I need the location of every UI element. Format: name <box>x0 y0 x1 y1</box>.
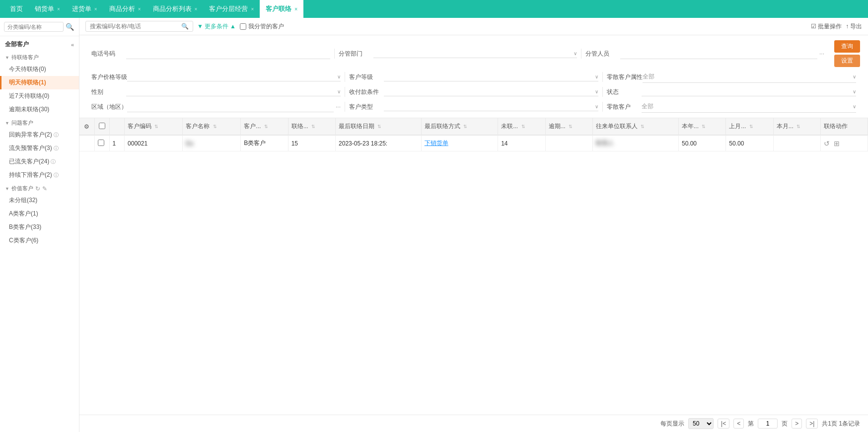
sidebar-item-overdue[interactable]: 逾期未联络(30) <box>0 103 79 116</box>
dept-cell: 分管部门 ∨ <box>335 49 581 58</box>
chevron-down-icon: ∨ <box>337 74 341 79</box>
gear-icon[interactable]: ⚙ <box>84 123 89 130</box>
query-button[interactable]: 查询 <box>834 40 860 53</box>
person-input[interactable] <box>620 49 817 59</box>
group-title-waiting: 待联络客户 <box>0 51 79 63</box>
last-page-button[interactable]: >| <box>806 419 818 429</box>
area-input[interactable] <box>127 102 334 112</box>
next-page-button[interactable]: > <box>792 419 802 429</box>
content-area: 🔍 ▼ 更多条件 ▲ 我分管的客户 ☑ 批量操作 ↑ 导出 <box>79 18 868 432</box>
sidebar-search-icon[interactable]: 🔍 <box>66 23 74 31</box>
chevron-down-icon: ∨ <box>853 89 856 94</box>
customer-type-select[interactable]: ∨ <box>384 102 598 111</box>
sidebar-item-ungrouped[interactable]: 未分组(32) <box>0 194 79 207</box>
close-icon[interactable]: × <box>195 6 198 12</box>
sidebar-item-7days[interactable]: 近7天待联络(0) <box>0 89 79 103</box>
page-size-select[interactable]: 50 10 20 100 200 <box>688 418 714 429</box>
col-this-year: 本年... ⇅ <box>678 118 725 135</box>
sidebar-item-tomorrow[interactable]: 明天待联络(1) <box>0 76 79 89</box>
customer-level-label: 客户等级 <box>349 73 384 81</box>
more-icon[interactable]: ··· <box>819 50 824 57</box>
sort-icon[interactable]: ⇅ <box>521 124 525 129</box>
price-level-cell: 客户价格等级 ∨ <box>87 72 345 81</box>
sidebar-item-churned[interactable]: 已流失客户(24) ⓘ <box>0 155 79 168</box>
close-icon[interactable]: × <box>57 6 60 12</box>
nav-customer-segmentation[interactable]: 客户分层经营 × <box>203 0 260 18</box>
my-customer-checkbox[interactable]: 我分管的客户 <box>240 22 284 31</box>
search-wrap: 🔍 <box>85 21 193 32</box>
sidebar-item-declining[interactable]: 持续下滑客户(2) ⓘ <box>0 168 79 182</box>
first-page-button[interactable]: |< <box>718 419 729 429</box>
phone-input[interactable] <box>126 49 330 59</box>
nav-goods-analysis-list[interactable]: 商品分析列表 × <box>147 0 204 18</box>
row-checkbox[interactable] <box>98 140 104 146</box>
search-icon[interactable]: 🔍 <box>181 23 189 30</box>
payment-select[interactable]: ∨ <box>384 87 598 96</box>
retail-customer-select[interactable]: 全部 ∨ <box>642 101 856 113</box>
filter-row-3: 性别 ∨ 收付款条件 ∨ 状态 <box>87 87 860 97</box>
sort-icon[interactable]: ⇅ <box>377 124 381 129</box>
close-icon[interactable]: × <box>251 6 254 12</box>
sort-icon[interactable]: ⇅ <box>154 124 158 129</box>
sort-icon[interactable]: ⇅ <box>463 124 467 129</box>
collapse-icon[interactable]: « <box>71 42 74 48</box>
table-footer: 每页显示 50 10 20 100 200 |< < 第 页 > >| 共1页 … <box>79 415 868 432</box>
top-nav: 首页 销货单 × 进货单 × 商品分析 × 商品分析列表 × 客户分层经营 × … <box>0 0 868 18</box>
prev-page-button[interactable]: < <box>733 419 744 429</box>
sidebar-search-input[interactable] <box>4 22 64 32</box>
nav-sales[interactable]: 销货单 × <box>29 0 66 18</box>
qr-icon[interactable]: ⊞ <box>834 140 840 147</box>
batch-op-button[interactable]: ☑ 批量操作 <box>811 22 842 31</box>
status-select[interactable]: ∨ <box>642 87 856 96</box>
chevron-down-icon: ∨ <box>595 104 598 109</box>
page-input[interactable] <box>758 419 778 429</box>
sidebar-item-b-class[interactable]: B类客户(33) <box>0 220 79 234</box>
sort-icon[interactable]: ⇅ <box>796 124 800 129</box>
retail-attr-cell: 零散客户属性 全部 ∨ <box>603 71 860 83</box>
price-level-select[interactable]: ∨ <box>127 72 341 81</box>
nav-goods-analysis[interactable]: 商品分析 × <box>103 0 147 18</box>
refresh-icon[interactable]: ↺ <box>824 140 830 147</box>
export-label: 导出 <box>850 22 862 31</box>
chevron-down-icon: ∨ <box>595 74 598 79</box>
sidebar-item-c-class[interactable]: C类客户(6) <box>0 234 79 247</box>
select-all-checkbox[interactable] <box>99 123 105 129</box>
gender-select[interactable]: ∨ <box>126 87 341 96</box>
close-icon[interactable]: × <box>138 6 141 12</box>
close-icon[interactable]: × <box>94 6 97 12</box>
export-button[interactable]: ↑ 导出 <box>846 22 862 31</box>
search-input[interactable] <box>90 23 179 30</box>
sort-icon[interactable]: ⇅ <box>213 124 217 129</box>
sidebar-item-repurchase-abnormal[interactable]: 回购异常客户(2) ⓘ <box>0 128 79 142</box>
nav-purchase[interactable]: 进货单 × <box>66 0 103 18</box>
last-method-link[interactable]: 下销货单 <box>425 140 448 146</box>
sort-icon[interactable]: ⇅ <box>569 124 573 129</box>
cell-check <box>94 135 109 151</box>
close-icon[interactable]: × <box>294 6 297 12</box>
sidebar-item-churn-warning[interactable]: 流失预警客户(3) ⓘ <box>0 142 79 155</box>
more-filter-button[interactable]: ▼ 更多条件 ▲ <box>197 22 236 31</box>
sort-icon[interactable]: ⇅ <box>641 124 645 129</box>
my-customer-check[interactable] <box>240 23 246 30</box>
retail-attr-select[interactable]: 全部 ∨ <box>643 71 856 83</box>
sort-icon[interactable]: ⇅ <box>264 124 268 129</box>
customer-level-select[interactable]: ∨ <box>384 72 598 81</box>
filter-panel: 电话号码 分管部门 ∨ 分管人员 ··· <box>79 35 868 118</box>
dept-select[interactable]: ∨ <box>373 49 578 58</box>
sort-icon[interactable]: ⇅ <box>702 124 706 129</box>
nav-home[interactable]: 首页 <box>4 0 29 18</box>
sort-icon[interactable]: ⇅ <box>311 124 315 129</box>
col-contacts: 联络... ⇅ <box>288 118 335 135</box>
retail-customer-label: 零散客户 <box>607 103 642 111</box>
price-level-label: 客户价格等级 <box>91 73 127 81</box>
more-filter-label: 更多条件 <box>205 22 228 31</box>
dept-label: 分管部门 <box>339 50 373 58</box>
nav-customer-contact[interactable]: 客户联络 × <box>260 0 303 18</box>
sidebar-item-today[interactable]: 今天待联络(0) <box>0 63 79 76</box>
more-icon[interactable]: ··· <box>336 103 341 110</box>
reset-button[interactable]: 设置 <box>834 55 860 67</box>
sidebar-item-a-class[interactable]: A类客户(1) <box>0 207 79 220</box>
col-uncontacted: 未联... ⇅ <box>498 118 545 135</box>
sort-icon[interactable]: ⇅ <box>749 124 753 129</box>
filter-row-4: 区域（地区） ··· 客户类型 ∨ 零散客户 全部 <box>87 101 860 113</box>
